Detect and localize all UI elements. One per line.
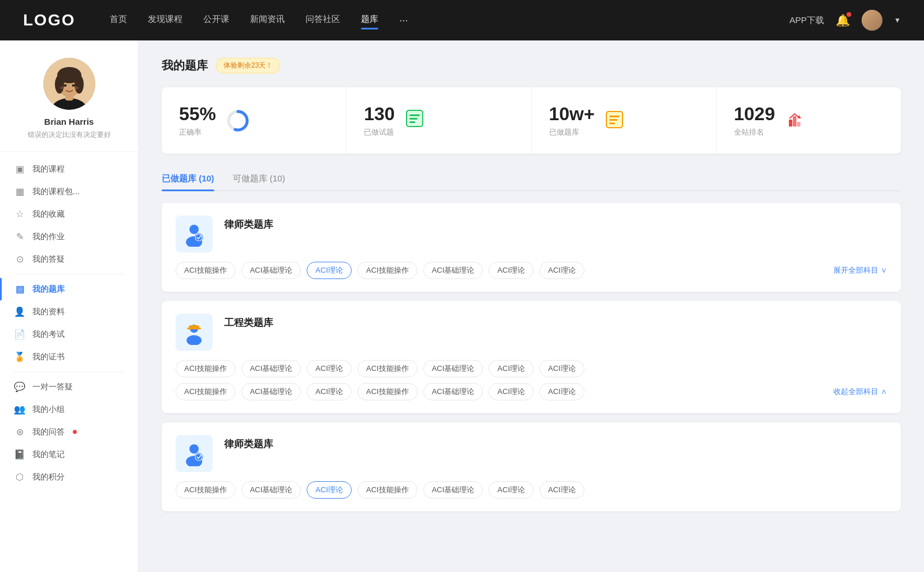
sidebar-item-points[interactable]: ⬡ 我的积分 bbox=[0, 466, 138, 488]
tag-1-5[interactable]: ACI理论 bbox=[489, 262, 534, 279]
sidebar-item-group[interactable]: 👥 我的小组 bbox=[0, 398, 138, 421]
page-header: 我的题库 体验剩余23天！ bbox=[162, 58, 901, 73]
nav-more[interactable]: ··· bbox=[399, 14, 408, 27]
stat-correct-rate: 55% 正确率 bbox=[162, 87, 346, 154]
collapse-btn-2[interactable]: 收起全部科目 ∧ bbox=[833, 387, 887, 397]
tag-1-3[interactable]: ACI技能操作 bbox=[357, 262, 418, 279]
tag-2-0[interactable]: ACI技能操作 bbox=[176, 360, 236, 377]
svg-rect-19 bbox=[609, 119, 617, 121]
sidebar-item-course-pkg[interactable]: ▦ 我的课程包... bbox=[0, 180, 138, 203]
nav-open-course[interactable]: 公开课 bbox=[203, 14, 229, 27]
donut-svg bbox=[225, 108, 251, 133]
sidebar-item-cert[interactable]: 🏅 我的证书 bbox=[0, 346, 138, 368]
stat-banks-done: 10w+ 已做题库 bbox=[532, 87, 717, 154]
tab-available[interactable]: 可做题库 (10) bbox=[233, 168, 285, 190]
engineer-icon-svg bbox=[181, 320, 207, 345]
svg-point-9 bbox=[60, 87, 65, 90]
sidebar-label-course-pkg: 我的课程包... bbox=[32, 187, 80, 197]
sidebar-item-notes[interactable]: 📓 我的笔记 bbox=[0, 443, 138, 466]
tag-3-0[interactable]: ACI技能操作 bbox=[176, 481, 236, 499]
1on1-icon: 💬 bbox=[14, 381, 25, 392]
nav-qa[interactable]: 问答社区 bbox=[305, 14, 340, 27]
sidebar-item-homework[interactable]: ✎ 我的作业 bbox=[0, 225, 138, 248]
nav-right: APP下载 🔔 ▼ bbox=[789, 10, 901, 31]
qbank-title-3: 律师类题库 bbox=[224, 435, 273, 451]
sidebar-label-qa: 我的答疑 bbox=[32, 254, 65, 265]
tag-1-0[interactable]: ACI技能操作 bbox=[176, 262, 236, 279]
notification-bell[interactable]: 🔔 bbox=[836, 13, 850, 27]
cert-icon: 🏅 bbox=[14, 351, 25, 362]
tag-2b-2[interactable]: ACI理论 bbox=[307, 383, 352, 400]
qbank-card-1: 律师类题库 ACI技能操作 ACI基础理论 ACI理论 ACI技能操作 ACI基… bbox=[162, 203, 901, 292]
tag-2b-4[interactable]: ACI基础理论 bbox=[423, 383, 483, 400]
stat-label-questions: 已做试题 bbox=[364, 127, 394, 138]
stat-value-correct: 55% bbox=[179, 103, 216, 125]
navbar: LOGO 首页 发现课程 公开课 新闻资讯 问答社区 题库 ··· APP下载 … bbox=[0, 0, 924, 40]
qbank-card-3: 律师类题库 ACI技能操作 ACI基础理论 ACI理论 ACI技能操作 ACI基… bbox=[162, 422, 901, 511]
sidebar-label-qbank: 我的题库 bbox=[32, 284, 65, 295]
nav-discover[interactable]: 发现课程 bbox=[148, 14, 182, 27]
expand-btn-1[interactable]: 展开全部科目 ∨ bbox=[833, 265, 887, 276]
tag-3-1[interactable]: ACI基础理论 bbox=[241, 481, 301, 499]
sidebar-item-1on1[interactable]: 💬 一对一答疑 bbox=[0, 376, 138, 398]
svg-point-36 bbox=[196, 454, 202, 460]
main-content: 我的题库 体验剩余23天！ 55% 正确率 bbox=[139, 40, 924, 572]
group-icon: 👥 bbox=[14, 404, 25, 415]
banks-svg bbox=[604, 109, 625, 130]
lawyer-icon-svg bbox=[181, 221, 207, 247]
logo: LOGO bbox=[23, 11, 75, 29]
lawyer-icon-svg-2 bbox=[181, 441, 207, 466]
sidebar-item-qbank[interactable]: ▤ 我的题库 bbox=[0, 278, 138, 300]
avatar[interactable] bbox=[862, 10, 882, 31]
sidebar-item-favorites[interactable]: ☆ 我的收藏 bbox=[0, 203, 138, 225]
tag-2-6[interactable]: ACI理论 bbox=[539, 360, 584, 377]
app-download-btn[interactable]: APP下载 bbox=[789, 15, 824, 26]
sidebar-label-profile: 我的资料 bbox=[32, 307, 65, 317]
sidebar-item-profile[interactable]: 👤 我的资料 bbox=[0, 300, 138, 323]
stat-text-correct: 55% 正确率 bbox=[179, 103, 216, 138]
sidebar-item-course[interactable]: ▣ 我的课程 bbox=[0, 158, 138, 180]
tag-2b-6[interactable]: ACI理论 bbox=[539, 383, 584, 400]
tag-2b-3[interactable]: ACI技能操作 bbox=[357, 383, 418, 400]
nav-news[interactable]: 新闻资讯 bbox=[250, 14, 285, 27]
tags-row-2a: ACI技能操作 ACI基础理论 ACI理论 ACI技能操作 ACI基础理论 AC… bbox=[176, 360, 887, 377]
nav-qbank[interactable]: 题库 bbox=[361, 14, 378, 27]
sidebar-item-myqa[interactable]: ⊛ 我的问答 bbox=[0, 421, 138, 443]
qbank-card-2: 工程类题库 ACI技能操作 ACI基础理论 ACI理论 ACI技能操作 ACI基… bbox=[162, 301, 901, 413]
nav-home[interactable]: 首页 bbox=[110, 14, 127, 27]
sidebar-label-myqa: 我的问答 bbox=[32, 427, 65, 437]
sidebar-label-exam: 我的考试 bbox=[32, 329, 65, 340]
tag-3-3[interactable]: ACI技能操作 bbox=[357, 481, 418, 499]
tag-2b-0[interactable]: ACI技能操作 bbox=[176, 383, 236, 400]
tag-2b-1[interactable]: ACI基础理论 bbox=[241, 383, 301, 400]
tag-3-5[interactable]: ACI理论 bbox=[489, 481, 534, 499]
qbank-header-2: 工程类题库 bbox=[176, 314, 887, 351]
tag-2-5[interactable]: ACI理论 bbox=[489, 360, 534, 377]
stat-label-banks: 已做题库 bbox=[549, 127, 595, 138]
tag-2-2[interactable]: ACI理论 bbox=[307, 360, 352, 377]
notification-dot bbox=[847, 12, 851, 17]
tag-1-4[interactable]: ACI基础理论 bbox=[423, 262, 483, 279]
sidebar-item-exam[interactable]: 📄 我的考试 bbox=[0, 323, 138, 346]
sidebar-item-qa[interactable]: ⊙ 我的答疑 bbox=[0, 248, 138, 270]
tag-1-1[interactable]: ACI基础理论 bbox=[241, 262, 301, 279]
sidebar-menu: ▣ 我的课程 ▦ 我的课程包... ☆ 我的收藏 ✎ 我的作业 ⊙ 我的答疑 ▤ bbox=[0, 152, 138, 494]
notes-icon: 📓 bbox=[14, 449, 25, 460]
tag-3-4[interactable]: ACI基础理论 bbox=[423, 481, 483, 499]
tag-1-6[interactable]: ACI理论 bbox=[539, 262, 584, 279]
tag-2-3[interactable]: ACI技能操作 bbox=[357, 360, 418, 377]
page-wrap: Brian Harris 错误的决定比没有决定要好 ▣ 我的课程 ▦ 我的课程包… bbox=[0, 40, 924, 572]
tag-3-2[interactable]: ACI理论 bbox=[307, 481, 352, 499]
favorites-icon: ☆ bbox=[14, 209, 25, 220]
tag-2b-5[interactable]: ACI理论 bbox=[489, 383, 534, 400]
tag-1-2[interactable]: ACI理论 bbox=[307, 262, 352, 279]
tag-2-4[interactable]: ACI基础理论 bbox=[423, 360, 483, 377]
qbank-title-1: 律师类题库 bbox=[224, 216, 273, 231]
sidebar-label-cert: 我的证书 bbox=[32, 352, 65, 362]
stat-label-correct: 正确率 bbox=[179, 127, 216, 138]
user-dropdown-arrow[interactable]: ▼ bbox=[894, 16, 901, 24]
tag-3-6[interactable]: ACI理论 bbox=[539, 481, 584, 499]
tag-2-1[interactable]: ACI基础理论 bbox=[241, 360, 301, 377]
tab-done[interactable]: 已做题库 (10) bbox=[162, 168, 214, 190]
sidebar-label-course: 我的课程 bbox=[32, 164, 65, 174]
